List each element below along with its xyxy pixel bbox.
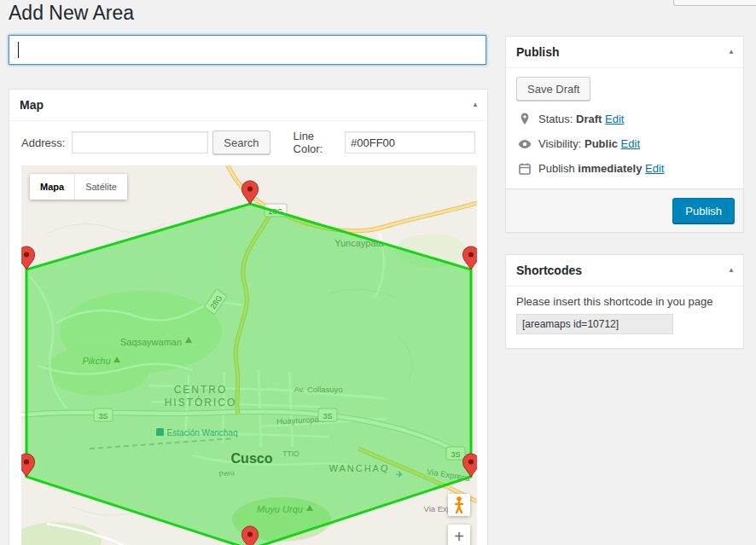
visibility-text: Visibility: Public Edit [538,137,640,150]
line-color-input[interactable] [345,131,475,154]
pegman-icon [452,496,466,514]
schedule-row: Publish immediately Edit [518,162,731,175]
visibility-value: Public [584,137,618,150]
address-label: Address: [21,136,65,149]
map-image: Yuncaypata Saqsaywaman Pikchu CENTRO HIS… [21,165,477,545]
map-metabox-header: Map ▲ [9,90,487,121]
shortcodes-metabox: Shortcodes ▲ Please insert this shortcod… [505,254,744,349]
status-text: Status: Draft Edit [538,113,624,125]
save-draft-button[interactable]: Save Draft [516,77,590,101]
sidebar: Publish ▲ Save Draft Status: Draft Edit [505,36,744,349]
publish-metabox-title: Publish [516,45,560,59]
publish-button[interactable]: Publish [672,198,735,223]
shortcodes-metabox-title: Shortcodes [516,264,582,277]
line-color-label: Line Color: [294,130,335,155]
shortcodes-metabox-header: Shortcodes ▲ [506,255,743,287]
visibility-row: Visibility: Public Edit [518,137,731,150]
map-canvas[interactable]: Yuncaypata Saqsaywaman Pikchu CENTRO HIS… [21,165,477,545]
publish-metabox: Publish ▲ Save Draft Status: Draft Edit [505,36,744,233]
publishing-actions: Publish [506,188,743,232]
map-type-satellite-button[interactable]: Satélite [74,174,127,200]
visibility-label: Visibility: [538,137,581,150]
visibility-eye-icon [518,139,532,149]
publish-time-value: immediately [578,162,642,175]
edit-status-link[interactable]: Edit [605,113,624,125]
address-input[interactable] [72,131,208,154]
post-status-icon [518,113,532,125]
map-toolbar: Address: Search Line Color: [9,121,487,162]
calendar-icon [518,163,532,175]
search-button[interactable]: Search [212,130,270,154]
edit-visibility-link[interactable]: Edit [621,137,640,150]
publish-time-label: Publish [538,162,575,175]
publish-body: Save Draft Status: Draft Edit Visibility… [506,68,743,175]
shortcode-instruction: Please insert this shortcode in you page [516,295,713,308]
shortcode-input[interactable] [516,314,673,334]
status-row: Status: Draft Edit [518,113,731,125]
map-metabox: Map ▲ Address: Search Line Color: [9,89,488,545]
map-metabox-title: Map [20,98,44,112]
title-input[interactable] [9,35,486,65]
schedule-text: Publish immediately Edit [538,162,664,175]
status-label: Status: [538,113,573,125]
area-polygon[interactable] [26,204,471,545]
text-caret [18,42,19,58]
zoom-in-button[interactable]: + [448,525,470,545]
status-value: Draft [576,113,602,125]
map-type-control: Mapa Satélite [30,174,127,200]
collapse-toggle-icon[interactable]: ▲ [472,101,479,108]
screen-options-tab-partial[interactable] [673,0,756,6]
map-type-map-button[interactable]: Mapa [30,174,74,200]
collapse-toggle-icon[interactable]: ▲ [728,48,735,55]
collapse-toggle-icon[interactable]: ▲ [728,266,735,274]
pegman-control[interactable] [448,494,470,516]
edit-schedule-link[interactable]: Edit [645,162,664,175]
shortcodes-body: Please insert this shortcode in you page [506,287,743,348]
page-title: Add New Area [9,0,134,26]
publish-metabox-header: Publish ▲ [506,37,743,68]
